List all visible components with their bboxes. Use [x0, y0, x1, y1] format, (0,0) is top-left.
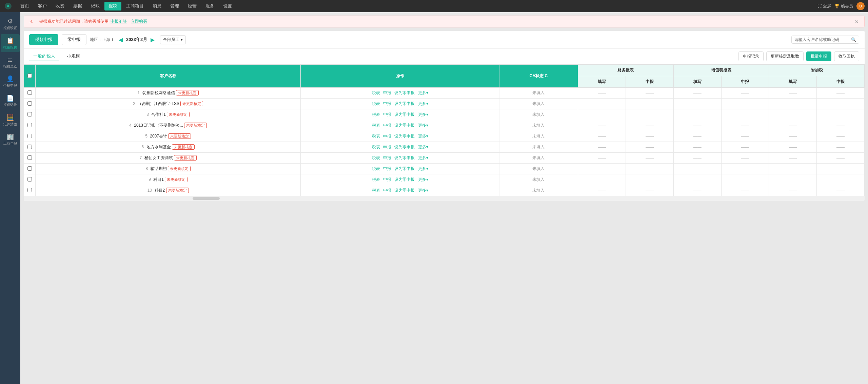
nav-customer[interactable]: 客户	[34, 2, 51, 10]
declare-records-button[interactable]: 申报记录	[738, 51, 764, 61]
next-month-button[interactable]: ▶	[149, 36, 157, 44]
tax-declaration-tab[interactable]: 税款申报	[29, 34, 58, 45]
fullscreen-button[interactable]: ⛶ 全屏	[817, 3, 831, 9]
declare-link[interactable]: 申报	[383, 166, 391, 171]
row-checkbox-cell[interactable]	[24, 142, 36, 153]
row-checkbox-7[interactable]	[27, 155, 32, 160]
row-checkbox-2[interactable]	[27, 101, 32, 106]
row-checkbox-cell[interactable]	[24, 88, 36, 99]
tax-table-link[interactable]: 税表	[372, 166, 380, 171]
more-link[interactable]: 更多▾	[418, 188, 428, 193]
more-link[interactable]: 更多▾	[418, 166, 428, 171]
set-zero-link[interactable]: 设为零申报	[394, 155, 415, 160]
select-all-header[interactable]	[24, 65, 36, 88]
more-link[interactable]: 更多▾	[418, 101, 428, 106]
scroll-thumb[interactable]	[193, 197, 220, 200]
row-checkbox-cell[interactable]	[24, 164, 36, 174]
declare-link[interactable]: 申报	[383, 123, 391, 128]
set-zero-link[interactable]: 设为零申报	[394, 123, 415, 128]
more-link[interactable]: 更多▾	[418, 155, 428, 160]
more-link[interactable]: 更多▾	[418, 177, 428, 182]
tax-table-link[interactable]: 税表	[372, 123, 380, 128]
department-selector[interactable]: 全部员工 ▾	[160, 35, 186, 44]
row-checkbox-8[interactable]	[27, 166, 32, 171]
user-avatar[interactable]: U	[856, 2, 865, 10]
sidebar-item-annual-settlement[interactable]: 🧮 汇算清缴	[1, 111, 20, 129]
row-checkbox-cell[interactable]	[24, 174, 36, 185]
sidebar-item-batch-tax[interactable]: 📋 批量报税	[1, 34, 20, 52]
more-link[interactable]: 更多▾	[418, 90, 428, 95]
buy-now-link[interactable]: 立即购买	[131, 19, 147, 24]
more-link[interactable]: 更多▾	[418, 123, 428, 128]
set-zero-link[interactable]: 设为零申报	[394, 188, 415, 193]
declare-link[interactable]: 申报	[383, 145, 391, 149]
tax-table-link[interactable]: 税表	[372, 101, 380, 106]
declare-link[interactable]: 申报	[383, 188, 391, 193]
nav-messages[interactable]: 消息	[149, 2, 165, 10]
row-checkbox-10[interactable]	[27, 188, 32, 192]
nav-tax[interactable]: 报税	[104, 2, 121, 10]
banner-close-button[interactable]: ✕	[855, 19, 859, 24]
tax-table-link[interactable]: 税表	[372, 145, 380, 149]
row-checkbox-cell[interactable]	[24, 185, 36, 196]
row-checkbox-cell[interactable]	[24, 99, 36, 109]
small-scale-tab[interactable]: 小规模	[63, 52, 84, 61]
tax-table-link[interactable]: 税表	[372, 155, 380, 160]
retrieve-receipt-button[interactable]: 收取回执	[834, 51, 859, 61]
declare-link[interactable]: 申报	[383, 134, 391, 138]
sidebar-item-annual-report[interactable]: 🏢 工商年报	[1, 130, 20, 148]
tax-table-link[interactable]: 税表	[372, 90, 380, 95]
tax-table-link[interactable]: 税表	[372, 134, 380, 138]
prev-month-button[interactable]: ◀	[117, 36, 125, 44]
set-zero-link[interactable]: 设为零申报	[394, 177, 415, 182]
nav-invoice[interactable]: 票据	[69, 2, 86, 10]
declare-link[interactable]: 申报	[383, 112, 391, 117]
set-zero-link[interactable]: 设为零申报	[394, 145, 415, 149]
nav-operations[interactable]: 经营	[184, 2, 201, 10]
declare-link[interactable]: 申报	[383, 101, 391, 106]
nav-services[interactable]: 服务	[201, 2, 218, 10]
member-button[interactable]: 🏆 畅会员	[834, 3, 853, 9]
horizontal-scrollbar[interactable]	[24, 196, 865, 201]
row-checkbox-cell[interactable]	[24, 153, 36, 164]
update-verify-button[interactable]: 更新核定及取数	[766, 51, 804, 61]
nav-business[interactable]: 工商项目	[122, 2, 148, 10]
row-checkbox-9[interactable]	[27, 177, 32, 182]
general-taxpayer-tab[interactable]: 一般的税人	[29, 52, 59, 61]
more-link[interactable]: 更多▾	[418, 112, 428, 117]
declare-summary-link[interactable]: 申报汇签	[111, 19, 127, 24]
declare-link[interactable]: 申报	[383, 90, 391, 95]
batch-declare-button[interactable]: 批量申报	[806, 51, 831, 61]
zero-declaration-tab[interactable]: 零申报	[62, 34, 86, 45]
more-link[interactable]: 更多▾	[418, 145, 428, 149]
nav-billing[interactable]: 收费	[52, 2, 68, 10]
row-checkbox-1[interactable]	[27, 90, 32, 95]
set-zero-link[interactable]: 设为零申报	[394, 166, 415, 171]
row-checkbox-cell[interactable]	[24, 109, 36, 120]
row-checkbox-cell[interactable]	[24, 120, 36, 131]
search-icon[interactable]: 🔍	[851, 37, 856, 42]
sidebar-item-tax-records[interactable]: 📄 报税记录	[1, 92, 20, 110]
set-zero-link[interactable]: 设为零申报	[394, 134, 415, 138]
sidebar-item-tax-overview[interactable]: 🗂 报税总览	[1, 54, 20, 71]
tax-table-link[interactable]: 税表	[372, 188, 380, 193]
row-checkbox-3[interactable]	[27, 112, 32, 116]
nav-management[interactable]: 管理	[166, 2, 183, 10]
declare-link[interactable]: 申报	[383, 177, 391, 182]
set-zero-link[interactable]: 设为零申报	[394, 101, 415, 106]
sidebar-item-personal-tax[interactable]: 👤 个税申报	[1, 72, 20, 90]
nav-home[interactable]: 首页	[16, 2, 33, 10]
sidebar-item-tax-settings[interactable]: ⚙ 报税设置	[1, 15, 20, 33]
set-zero-link[interactable]: 设为零申报	[394, 90, 415, 95]
tax-table-link[interactable]: 税表	[372, 177, 380, 182]
nav-settings[interactable]: 设置	[219, 2, 236, 10]
declare-link[interactable]: 申报	[383, 155, 391, 160]
row-checkbox-4[interactable]	[27, 123, 32, 127]
row-checkbox-5[interactable]	[27, 134, 32, 138]
tax-table-link[interactable]: 税表	[372, 112, 380, 117]
select-all-checkbox[interactable]	[27, 73, 32, 78]
nav-bookkeeping[interactable]: 记账	[87, 2, 104, 10]
more-link[interactable]: 更多▾	[418, 134, 428, 138]
search-input[interactable]	[794, 37, 850, 42]
app-logo[interactable]	[3, 1, 13, 11]
